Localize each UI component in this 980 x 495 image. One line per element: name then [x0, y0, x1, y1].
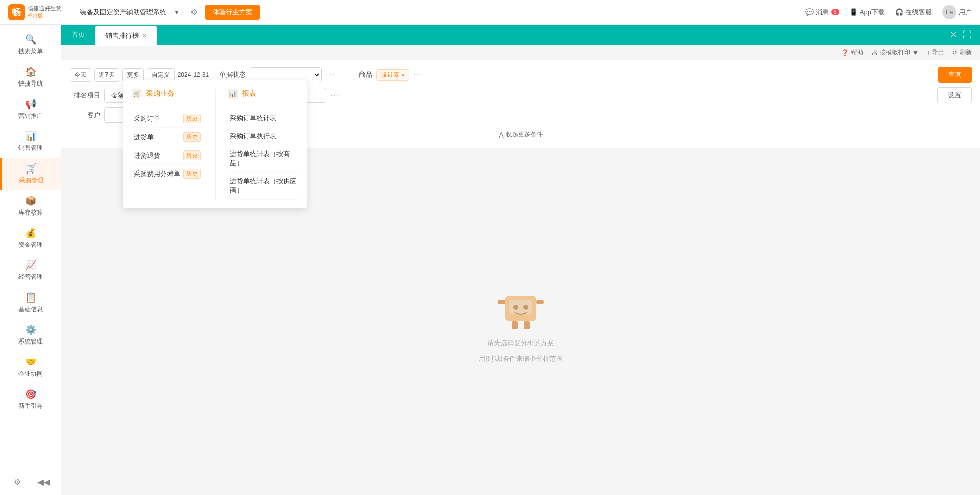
sidebar-label-purchase: 采购管理	[19, 176, 44, 185]
incoming-stats-product-label: 进货单统计表（按商品）	[230, 149, 297, 168]
operations-icon: 📈	[25, 260, 36, 271]
system-dropdown-btn[interactable]: ▼	[171, 6, 183, 18]
export-btn[interactable]: ↑ 导出	[927, 48, 944, 57]
tab-close-window-icon[interactable]: ✕	[950, 29, 957, 40]
purchase-expense-history-badge: 历史	[183, 169, 201, 179]
return-label: 进货退货	[134, 151, 160, 160]
product-dots[interactable]: ···	[413, 70, 423, 79]
online-service-label: 在线客服	[905, 8, 932, 17]
print-btn[interactable]: 🖨 按模板打印 ▼	[871, 48, 919, 57]
query-btn[interactable]: 查询	[938, 67, 972, 83]
dropdown-item-purchase-order[interactable]: 采购订单 历史	[132, 110, 203, 128]
business-title: 采购业务	[146, 89, 175, 98]
refresh-icon: ↺	[952, 49, 957, 56]
empty-hint-2-text: 用[过滤]条件来缩小分析范围	[479, 355, 562, 362]
purchase-order-history-badge: 历史	[183, 114, 201, 123]
filter-actions-top: ❓ 帮助 🖨 按模板打印 ▼ ↑ 导出 ↺ 刷新	[61, 45, 980, 60]
tab-home-label: 首页	[72, 30, 85, 39]
sidebar-item-purchase[interactable]: 🛒 采购管理	[0, 158, 61, 190]
user-btn[interactable]: Ea 用户	[942, 5, 972, 19]
logo-icon: 畅	[8, 4, 25, 20]
sidebar-collapse-btn[interactable]: ◀◀	[36, 475, 51, 489]
sidebar-item-search[interactable]: 🔍 搜索菜单	[0, 29, 61, 61]
svg-rect-4	[512, 321, 518, 329]
dropdown-item-order-stats[interactable]: 采购订单统计表	[228, 110, 299, 127]
sidebar-label-basic: 基础信息	[18, 305, 43, 314]
message-icon: 💬	[805, 8, 814, 16]
setting-btn[interactable]: 设置	[937, 87, 972, 103]
sidebar-item-enterprise[interactable]: 🤝 企业协同	[0, 351, 61, 383]
order-exec-label: 采购订单执行表	[230, 132, 276, 141]
dropdown-item-incoming-stats-supplier[interactable]: 进货单统计表（按供应商）	[228, 173, 299, 200]
print-icon: 🖨	[871, 49, 878, 56]
sidebar-label-enterprise: 企业协同	[18, 370, 43, 378]
sidebar-item-sales[interactable]: 📊 销售管理	[0, 125, 61, 158]
settings-icon[interactable]: ⚙	[187, 5, 201, 19]
collapse-btn[interactable]: ⋀ 收起更多条件	[496, 127, 546, 142]
dropdown-item-incoming-stats-product[interactable]: 进货单统计表（按商品）	[228, 145, 299, 173]
home-icon: 🏠	[25, 66, 36, 77]
product-tag-close[interactable]: ×	[401, 72, 404, 78]
voucher-status-dots[interactable]: ···	[326, 70, 335, 79]
industry-btn[interactable]: 体验行业方案	[205, 5, 260, 20]
message-label: 消息	[816, 8, 829, 17]
empty-hint-1: 请先选择要分析的方案	[487, 338, 554, 348]
date-7days-btn[interactable]: 近7天	[94, 68, 119, 82]
order-stats-label: 采购订单统计表	[230, 114, 276, 123]
sidebar: 🔍 搜索菜单 🏠 快捷导航 📢 营销推广 📊 销售管理 🛒 采购管理 📦 库存核…	[0, 25, 61, 495]
incoming-stats-supplier-label: 进货单统计表（按供应商）	[230, 177, 297, 195]
tab-bar-actions: ✕ ⛶	[950, 29, 980, 40]
online-service-btn[interactable]: 🎧 在线客服	[895, 8, 932, 17]
tab-home[interactable]: 首页	[61, 25, 95, 45]
sidebar-item-marketing[interactable]: 📢 营销推广	[0, 93, 61, 125]
help-btn[interactable]: ❓ 帮助	[841, 48, 863, 57]
sidebar-label-system: 系统管理	[18, 337, 43, 346]
basic-icon: 📋	[25, 292, 36, 303]
inventory-icon: 📦	[25, 195, 36, 206]
date-today-btn[interactable]: 今天	[70, 68, 91, 82]
tab-maximize-icon[interactable]: ⛶	[963, 30, 972, 40]
refresh-btn[interactable]: ↺ 刷新	[952, 48, 972, 57]
sidebar-item-operations[interactable]: 📈 经营管理	[0, 254, 61, 287]
tab-sales-rank[interactable]: 销售排行榜 ×	[95, 26, 157, 46]
app-download-btn[interactable]: 📱 App下载	[849, 8, 885, 17]
main-layout: 🔍 搜索菜单 🏠 快捷导航 📢 营销推广 📊 销售管理 🛒 采购管理 📦 库存核…	[0, 25, 980, 495]
purchase-dropdown-menu: 🛒 采购业务 采购订单 历史 进货单 历史 进货退货	[123, 80, 307, 208]
logo-text-block: 畅捷通好生意 标准版	[28, 5, 61, 19]
product-tag-value: 设计素	[381, 71, 399, 79]
voucher-status-label: 单据状态	[215, 70, 246, 79]
product-tag: 设计素 ×	[376, 69, 409, 81]
sidebar-label-finance: 资金管理	[18, 241, 43, 249]
collapse-label: 收起更多条件	[506, 130, 543, 139]
enterprise-icon: 🤝	[25, 356, 36, 368]
dropdown-item-incoming[interactable]: 进货单 历史	[132, 128, 203, 146]
sidebar-item-system[interactable]: ⚙️ 系统管理	[0, 319, 61, 351]
sidebar-label-inventory: 库存核算	[18, 208, 43, 217]
sidebar-item-basic[interactable]: 📋 基础信息	[0, 287, 61, 319]
newbie-icon: 🎯	[25, 389, 36, 400]
svg-point-3	[523, 305, 528, 310]
refresh-label: 刷新	[960, 48, 972, 57]
sidebar-item-inventory[interactable]: 📦 库存核算	[0, 190, 61, 222]
dropdown-business-header: 🛒 采购业务	[132, 89, 203, 103]
sidebar-bottom: ⚙ ◀◀	[0, 468, 61, 495]
rank-label: 排名项目	[70, 91, 100, 100]
logo-area: 畅 畅捷通好生意 标准版	[8, 4, 70, 20]
purchase-expense-label: 采购费用分摊单	[134, 169, 180, 179]
sidebar-settings-btn[interactable]: ⚙	[10, 475, 25, 489]
print-dropdown-icon: ▼	[912, 49, 919, 56]
empty-robot-svg	[490, 281, 551, 332]
dropdown-item-purchase-expense[interactable]: 采购费用分摊单 历史	[132, 165, 203, 183]
dropdown-item-return[interactable]: 进货退货 历史	[132, 146, 203, 165]
return-history-badge: 历史	[183, 150, 201, 160]
tab-close-icon[interactable]: ×	[143, 32, 146, 39]
sidebar-label-quick-nav: 快捷导航	[18, 79, 43, 88]
business-col-icon: 🛒	[132, 89, 142, 99]
sidebar-item-newbie[interactable]: 🎯 新手引导	[0, 383, 61, 416]
sidebar-item-quick-nav[interactable]: 🏠 快捷导航	[0, 61, 61, 93]
salesperson-dots[interactable]: ···	[330, 91, 340, 100]
message-btn[interactable]: 💬 消息 5	[805, 8, 839, 17]
svg-rect-7	[536, 300, 544, 304]
dropdown-item-order-exec[interactable]: 采购订单执行表	[228, 127, 299, 145]
sidebar-item-finance[interactable]: 💰 资金管理	[0, 222, 61, 254]
